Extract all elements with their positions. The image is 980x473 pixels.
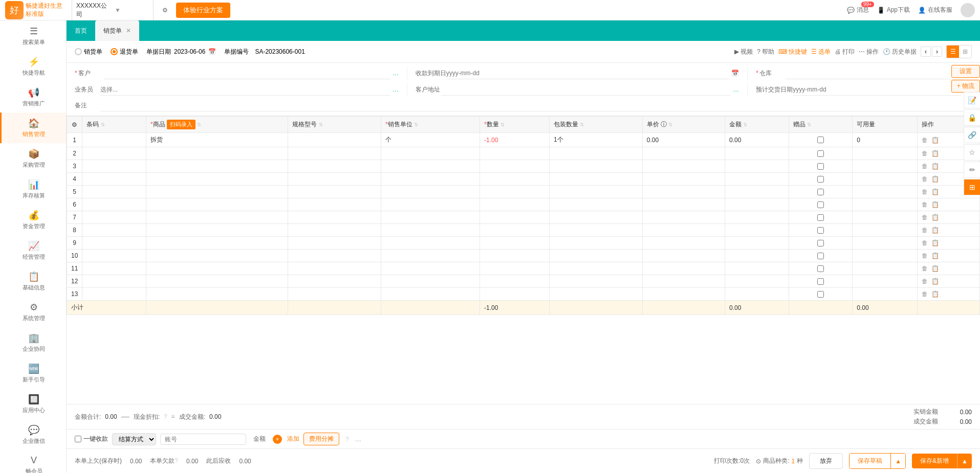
delete-icon[interactable]: 🗑 <box>922 227 928 234</box>
radio-sales-order[interactable]: 销货单 <box>75 48 102 56</box>
salesperson-dots-icon[interactable]: … <box>393 86 399 93</box>
save-new-button[interactable]: 保存&新增 <box>912 454 957 468</box>
cell-barcode[interactable] <box>82 173 146 186</box>
cell-amount[interactable]: 0.00 <box>725 133 789 147</box>
float-star-button[interactable]: ☆ <box>964 144 980 161</box>
help-button[interactable]: ? 帮助 <box>757 48 774 56</box>
cell-gift[interactable] <box>789 186 853 198</box>
cell-spec[interactable] <box>288 237 381 250</box>
sidebar-item-search[interactable]: ☰ 搜索菜单 <box>0 20 66 51</box>
cell-quantity[interactable] <box>480 237 550 250</box>
settings-icon[interactable]: ⚙ <box>158 3 172 17</box>
abandon-button[interactable]: 放弃 <box>809 453 843 469</box>
cell-unit-price[interactable] <box>642 198 725 211</box>
cell-barcode[interactable] <box>82 237 146 250</box>
cell-unit-price[interactable]: 0.00 <box>642 133 725 147</box>
sidebar-item-apps[interactable]: 🔲 应用中心 <box>0 389 66 419</box>
delete-icon[interactable]: 🗑 <box>922 201 928 208</box>
cell-pack-qty[interactable] <box>549 224 642 237</box>
dots-icon[interactable]: … <box>355 436 361 443</box>
delete-icon[interactable]: 🗑 <box>922 239 928 246</box>
radio-return-order[interactable]: 退货单 <box>111 48 138 56</box>
cell-product[interactable] <box>146 147 288 160</box>
sidebar-item-finance[interactable]: 💰 资金管理 <box>0 205 66 235</box>
prev-button[interactable]: ‹ <box>921 47 931 57</box>
cell-spec[interactable] <box>288 198 381 211</box>
app-download-button[interactable]: 📱 App下载 <box>877 6 910 14</box>
cell-spec[interactable] <box>288 275 381 288</box>
cell-gift[interactable] <box>789 211 853 224</box>
cell-spec[interactable] <box>288 250 381 262</box>
trial-button[interactable]: 体验行业方案 <box>176 3 230 18</box>
cell-pack-qty[interactable] <box>549 262 642 275</box>
delete-icon[interactable]: 🗑 <box>922 252 928 259</box>
fee-split-button[interactable]: 费用分摊 <box>303 433 339 445</box>
cell-quantity[interactable] <box>480 250 550 262</box>
cell-spec[interactable] <box>288 173 381 186</box>
cell-spec[interactable] <box>288 147 381 160</box>
cell-unit-price[interactable] <box>642 211 725 224</box>
save-draft-button[interactable]: 保存草稿 <box>850 454 890 468</box>
sidebar-item-guide[interactable]: 🆕 新手引导 <box>0 358 66 389</box>
warehouse-input[interactable]: 建材仓 <box>785 67 964 79</box>
delete-icon[interactable]: 🗑 <box>922 163 928 170</box>
cell-unit[interactable] <box>381 237 480 250</box>
cell-gift[interactable] <box>789 262 853 275</box>
due-date-calendar-icon[interactable]: 📅 <box>731 70 739 77</box>
logistics-button[interactable]: + 物流 <box>951 80 980 93</box>
grid-view-button[interactable]: ⊞ <box>959 46 971 58</box>
cell-barcode[interactable] <box>82 262 146 275</box>
cell-unit[interactable] <box>381 275 480 288</box>
float-action-button[interactable]: ⊞ <box>964 179 980 195</box>
select-order-button[interactable]: ☰ 选单 <box>811 48 831 56</box>
col-settings[interactable]: ⚙ <box>67 117 82 133</box>
cell-pack-qty[interactable] <box>549 237 642 250</box>
tab-close-icon[interactable]: ✕ <box>126 27 131 34</box>
cell-pack-qty[interactable] <box>549 250 642 262</box>
cell-product[interactable] <box>146 211 288 224</box>
cell-spec[interactable] <box>288 186 381 198</box>
list-view-button[interactable]: ☰ <box>947 46 959 58</box>
cell-unit[interactable] <box>381 160 480 173</box>
customer-input[interactable] <box>104 67 390 79</box>
cell-barcode[interactable] <box>82 147 146 160</box>
copy-icon[interactable]: 📋 <box>931 201 939 208</box>
sidebar-item-basics[interactable]: 📋 基础信息 <box>0 266 66 297</box>
settings-button[interactable]: 设置 <box>951 65 980 78</box>
cell-quantity[interactable] <box>480 288 550 301</box>
debt-help-icon[interactable]: ? <box>175 457 178 464</box>
copy-icon[interactable]: 📋 <box>931 150 939 157</box>
cell-spec[interactable] <box>288 288 381 301</box>
cell-unit-price[interactable] <box>642 262 725 275</box>
fee-help-icon[interactable]: ? <box>345 436 349 443</box>
sidebar-item-enterprise[interactable]: 🏢 企业协同 <box>0 327 66 358</box>
cell-barcode[interactable] <box>82 211 146 224</box>
add-payment-button[interactable]: + <box>273 435 282 444</box>
cell-amount[interactable] <box>725 250 789 262</box>
cell-quantity[interactable] <box>480 147 550 160</box>
one-click-checkbox[interactable] <box>75 436 81 442</box>
company-selector[interactable]: XXXXXX公司 ▼ <box>72 0 154 21</box>
copy-icon[interactable]: 📋 <box>931 137 939 144</box>
cell-product[interactable] <box>146 186 288 198</box>
cell-unit-price[interactable] <box>642 288 725 301</box>
cell-barcode[interactable] <box>82 288 146 301</box>
message-button[interactable]: 💬 消息 99+ <box>847 6 869 14</box>
copy-icon[interactable]: 📋 <box>931 214 939 221</box>
cell-amount[interactable] <box>725 211 789 224</box>
copy-icon[interactable]: 📋 <box>931 188 939 195</box>
cell-quantity[interactable] <box>480 262 550 275</box>
cell-pack-qty[interactable] <box>549 147 642 160</box>
float-lock-button[interactable]: 🔒 <box>964 109 980 126</box>
history-button[interactable]: 🕐 历史单据 <box>883 48 917 56</box>
cell-quantity[interactable] <box>480 211 550 224</box>
customer-dots-icon[interactable]: … <box>393 70 399 77</box>
cell-spec[interactable] <box>288 224 381 237</box>
cell-pack-qty[interactable] <box>549 160 642 173</box>
cell-unit[interactable] <box>381 262 480 275</box>
cell-amount[interactable] <box>725 275 789 288</box>
cell-gift[interactable] <box>789 133 853 147</box>
cell-amount[interactable] <box>725 173 789 186</box>
delete-icon[interactable]: 🗑 <box>922 150 928 157</box>
salesperson-input[interactable] <box>100 84 390 96</box>
